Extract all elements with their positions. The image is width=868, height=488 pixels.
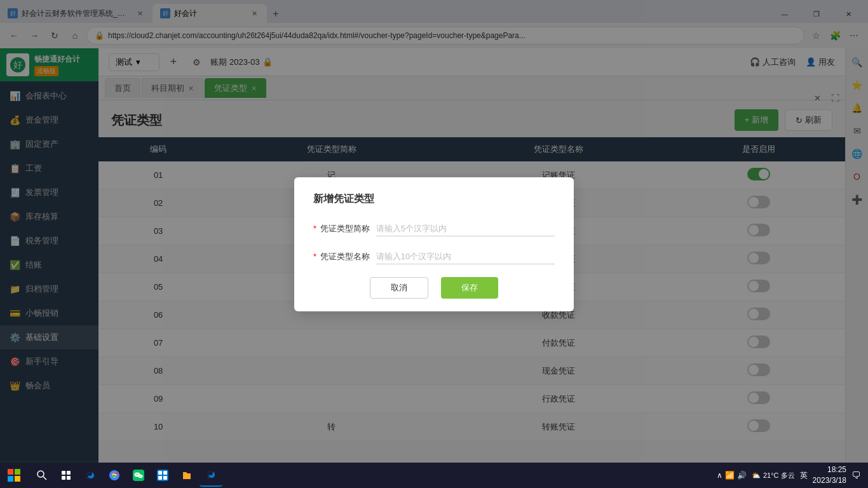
- name-label-text: 凭证类型名称: [320, 252, 370, 261]
- tray-network-icon: 📶: [725, 471, 735, 480]
- dialog-buttons: 取消 保存: [313, 277, 555, 299]
- weather-widget[interactable]: ⛅ 21°C 多云: [752, 471, 795, 480]
- notification-icon[interactable]: 🗨: [851, 470, 860, 480]
- svg-rect-23: [163, 471, 167, 475]
- clock-time: 18:25: [813, 464, 846, 475]
- taskbar-right: ∧ 📶 🔊 ⛅ 21°C 多云 英 18:25 2023/3/18 🗨: [709, 464, 868, 486]
- tray-up-icon[interactable]: ∧: [717, 471, 722, 480]
- required-star-2: *: [313, 252, 316, 261]
- svg-rect-3: [15, 469, 20, 475]
- taskbar-chrome[interactable]: [103, 464, 126, 487]
- taskbar-edge-active[interactable]: [200, 464, 222, 487]
- svg-rect-9: [67, 471, 71, 475]
- svg-rect-10: [62, 476, 65, 480]
- full-name-row: * 凭证类型名称: [313, 249, 555, 264]
- weather-temp: 21°C 多云: [763, 471, 795, 480]
- taskbar-clock[interactable]: 18:25 2023/3/18: [813, 464, 846, 486]
- svg-point-20: [140, 476, 141, 477]
- save-button[interactable]: 保存: [441, 277, 498, 299]
- required-star-1: *: [313, 224, 316, 233]
- weather-icon: ⛅: [752, 471, 761, 480]
- taskbar-wechat[interactable]: [127, 464, 150, 487]
- svg-point-19: [139, 476, 140, 477]
- svg-line-7: [43, 477, 46, 480]
- short-label-text: 凭证类型简称: [320, 224, 370, 233]
- start-button[interactable]: [0, 463, 28, 488]
- svg-rect-4: [8, 476, 13, 482]
- short-name-row: * 凭证类型简称: [313, 221, 555, 236]
- dialog-overlay: 新增凭证类型 * 凭证类型简称 * 凭证类型名称 取消 保存: [0, 0, 868, 488]
- svg-rect-5: [15, 476, 20, 482]
- full-name-input[interactable]: [376, 249, 555, 264]
- system-tray: ∧ 📶 🔊: [717, 471, 747, 480]
- svg-rect-25: [163, 476, 167, 480]
- tray-volume-icon: 🔊: [737, 471, 747, 480]
- short-name-input[interactable]: [376, 221, 555, 236]
- short-name-label: * 凭证类型简称: [313, 223, 376, 234]
- taskbar: ∧ 📶 🔊 ⛅ 21°C 多云 英 18:25 2023/3/18 🗨: [0, 463, 868, 488]
- taskbar-edge[interactable]: [79, 464, 102, 487]
- clock-date: 2023/3/18: [813, 475, 846, 486]
- cancel-button[interactable]: 取消: [370, 277, 428, 299]
- svg-rect-2: [8, 469, 13, 475]
- svg-rect-24: [158, 476, 162, 480]
- svg-rect-22: [158, 471, 162, 475]
- full-name-label: * 凭证类型名称: [313, 251, 376, 262]
- taskbar-search[interactable]: [31, 464, 53, 487]
- taskbar-appstore[interactable]: [151, 464, 174, 487]
- svg-point-6: [37, 471, 44, 477]
- svg-point-18: [139, 475, 143, 478]
- taskbar-files[interactable]: [175, 464, 198, 487]
- svg-point-16: [136, 474, 137, 475]
- svg-rect-8: [62, 471, 65, 475]
- svg-rect-11: [67, 476, 71, 480]
- lang-indicator[interactable]: 英: [800, 470, 808, 481]
- dialog-title: 新增凭证类型: [313, 193, 555, 206]
- taskbar-icons: [28, 464, 225, 487]
- taskbar-task-view[interactable]: [55, 464, 78, 487]
- new-voucher-dialog: 新增凭证类型 * 凭证类型简称 * 凭证类型名称 取消 保存: [294, 177, 574, 311]
- svg-point-17: [137, 474, 139, 475]
